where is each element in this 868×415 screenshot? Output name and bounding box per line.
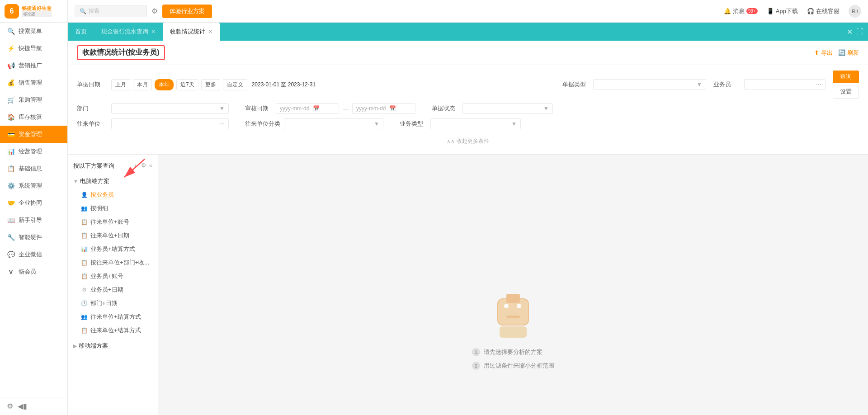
sidebar-item-label: 企业微信 bbox=[19, 250, 42, 259]
tab-bank-flow-close-icon[interactable]: ✕ bbox=[151, 28, 156, 35]
tab-collection-stats[interactable]: 收款情况统计 ✕ bbox=[163, 23, 220, 41]
sidebar-item-finance[interactable]: 💳 资金管理 bbox=[0, 126, 67, 143]
query-button[interactable]: 查询 bbox=[833, 71, 859, 83]
tab-bank-flow[interactable]: 现金银行流水查询 ✕ bbox=[94, 23, 163, 41]
chevron-down-icon-2: ⋯ bbox=[816, 81, 821, 88]
maximize-icon[interactable]: ⛶ bbox=[856, 28, 863, 36]
topbar-right: 🔔 消息 99+ 📱 App下载 🎧 在线客服 Rit bbox=[724, 5, 861, 18]
topbar-settings-icon[interactable]: ⚙ bbox=[151, 7, 158, 15]
filter-collapse-button[interactable]: ∧∧ 收起更多条件 bbox=[77, 134, 859, 149]
review-date-from[interactable]: yyyy-mm-dd 📅 bbox=[276, 103, 339, 114]
tab-home[interactable]: 首页 bbox=[68, 23, 94, 41]
settings-icon[interactable]: ⚙ bbox=[7, 402, 13, 410]
topbar-left: 🔍 搜索 ⚙ 体验行业方案 bbox=[75, 5, 212, 18]
partner-classify-select[interactable]: ▼ bbox=[284, 118, 383, 129]
close-all-tabs-icon[interactable]: ✕ bbox=[847, 28, 853, 36]
partner-select[interactable]: ⋯ bbox=[111, 118, 229, 129]
scheme-item-by-detail[interactable]: 👥 按明细 bbox=[68, 202, 158, 215]
sidebar-logo: 6 畅捷通好生意 标准版 bbox=[0, 0, 67, 23]
headset-icon: 🎧 bbox=[807, 8, 814, 14]
business-type-select[interactable]: ▼ bbox=[430, 118, 521, 129]
dept-select[interactable]: ▼ bbox=[111, 103, 229, 114]
more-icon: ⋯ bbox=[219, 121, 225, 127]
scheme-item-label: 部门+日期 bbox=[90, 299, 118, 307]
sidebar-item-purchase[interactable]: 🛒 采购管理 bbox=[0, 91, 67, 108]
date-btn-more[interactable]: 更多 bbox=[201, 79, 220, 90]
scheme-item-partner-dept-collect[interactable]: 📋 按往来单位+部门+收... bbox=[68, 256, 158, 269]
sidebar-item-sales[interactable]: 💰 销售管理 bbox=[0, 74, 67, 91]
date-label: 单据日期 bbox=[77, 80, 104, 89]
staff-scheme-icon: 👤 bbox=[80, 191, 88, 198]
scheme-item-label: 业务员+账号 bbox=[90, 272, 123, 280]
desktop-scheme-group-header[interactable]: ▼ 电脑端方案 bbox=[68, 174, 158, 188]
date-btn-7days[interactable]: 近7天 bbox=[176, 79, 198, 90]
sidebar-item-label: 库存核算 bbox=[19, 113, 42, 121]
sidebar-item-system[interactable]: ⚙️ 系统管理 bbox=[0, 177, 67, 194]
purchase-icon: 🛒 bbox=[7, 96, 15, 104]
collapse-sidebar-icon[interactable]: ◀▮ bbox=[18, 402, 27, 410]
sidebar-item-wechat[interactable]: 💬 企业微信 bbox=[0, 246, 67, 263]
wechat-icon: 💬 bbox=[7, 250, 15, 259]
sidebar-item-marketing[interactable]: 📢 营销推广 bbox=[0, 57, 67, 74]
sidebar-item-basic[interactable]: 📋 基础信息 bbox=[0, 160, 67, 177]
sidebar-item-enterprise[interactable]: 🤝 企业协同 bbox=[0, 194, 67, 212]
scheme-item-partner-settlement1[interactable]: 👥 往来单位+结算方式 bbox=[68, 310, 158, 324]
doc-type-label: 单据类型 bbox=[562, 80, 590, 89]
date-buttons: 上月 本月 本年 近7天 更多 自定义 2023-01-01 至 2023-12… bbox=[111, 79, 316, 90]
app-download-button[interactable]: 📱 App下载 bbox=[767, 7, 798, 15]
scheme-item-staff-date[interactable]: ⚙ 业务员+日期 bbox=[68, 283, 158, 297]
scheme-item-partner-settlement2[interactable]: 📋 往来单位+结算方式 bbox=[68, 324, 158, 337]
manage-scheme-icon[interactable]: ⚙ bbox=[141, 162, 146, 170]
filter-settings-button[interactable]: 设置 bbox=[833, 85, 859, 99]
tab-collection-stats-label: 收款情况统计 bbox=[170, 28, 205, 36]
scheme-item-staff-settlement[interactable]: 📊 业务员+结算方式 bbox=[68, 242, 158, 256]
date-btn-this-month[interactable]: 本月 bbox=[133, 79, 152, 90]
chevron-down-icon-status: ▼ bbox=[543, 105, 549, 112]
sidebar-item-label: 畅会员 bbox=[19, 268, 36, 276]
sidebar-nav: 🔍 搜索菜单 ⚡ 快捷导航 📢 营销推广 💰 销售管理 🛒 采购管理 🏠 库存核… bbox=[0, 23, 67, 397]
scheme-item-staff-account[interactable]: 📋 业务员+账号 bbox=[68, 269, 158, 283]
system-icon: ⚙️ bbox=[7, 182, 15, 190]
scheme-item-partner-account[interactable]: 📋 往来单位+账号 bbox=[68, 215, 158, 229]
date-btn-this-year[interactable]: 本年 bbox=[155, 79, 174, 90]
group-collapse-icon: ▶ bbox=[73, 343, 77, 349]
online-service-button[interactable]: 🎧 在线客服 bbox=[807, 7, 840, 15]
empty-step-2: 2 用过滤条件来缩小分析范围 bbox=[472, 362, 554, 370]
doc-status-select[interactable]: ▼ bbox=[462, 103, 553, 114]
sidebar-item-guide[interactable]: 📖 新手引导 bbox=[0, 212, 67, 229]
date-btn-custom[interactable]: 自定义 bbox=[223, 79, 247, 90]
staff-date-icon: ⚙ bbox=[80, 286, 88, 293]
trial-button[interactable]: 体验行业方案 bbox=[162, 5, 212, 18]
sidebar-item-search-menu[interactable]: 🔍 搜索菜单 bbox=[0, 23, 67, 40]
date-btn-last-month[interactable]: 上月 bbox=[111, 79, 130, 90]
scheme-item-label: 业务员+结算方式 bbox=[90, 245, 135, 253]
doc-type-select[interactable]: ▼ bbox=[593, 79, 706, 90]
topbar-search[interactable]: 🔍 搜索 bbox=[75, 5, 147, 17]
sidebar-item-member[interactable]: V 畅会员 bbox=[0, 263, 67, 280]
tab-collection-stats-close-icon[interactable]: ✕ bbox=[208, 28, 212, 35]
dept-date-icon: 🕐 bbox=[80, 300, 88, 307]
sidebar-item-inventory[interactable]: 🏠 库存核算 bbox=[0, 108, 67, 126]
scheme-item-by-staff[interactable]: 👤 按业务员 bbox=[68, 188, 158, 202]
desktop-scheme-group: ▼ 电脑端方案 👤 按业务员 👥 按明细 📋 往来单位+账号 bbox=[68, 174, 158, 337]
mobile-scheme-group-header[interactable]: ▶ 移动端方案 bbox=[68, 339, 158, 353]
scheme-item-dept-date[interactable]: 🕐 部门+日期 bbox=[68, 297, 158, 310]
export-button[interactable]: ⬆ 导出 bbox=[814, 49, 833, 57]
sidebar-item-hardware[interactable]: 🔧 智能硬件 bbox=[0, 229, 67, 246]
sidebar-item-operations[interactable]: 📊 经营管理 bbox=[0, 143, 67, 160]
sidebar-item-label: 销售管理 bbox=[19, 79, 42, 87]
staff-select[interactable]: ⋯ bbox=[744, 79, 826, 90]
sidebar-item-quick-nav[interactable]: ⚡ 快捷导航 bbox=[0, 40, 67, 57]
refresh-button[interactable]: 🔄 刷新 bbox=[838, 49, 859, 57]
messages-button[interactable]: 🔔 消息 99+ bbox=[724, 7, 758, 15]
collapse-left-icon[interactable]: « bbox=[149, 162, 152, 170]
review-date-to[interactable]: yyyy-mm-dd 📅 bbox=[352, 103, 415, 114]
sidebar-item-label: 基础信息 bbox=[19, 165, 42, 173]
empty-step-1: 1 请先选择要分析的方案 bbox=[472, 348, 554, 356]
main-area: 🔍 搜索 ⚙ 体验行业方案 🔔 消息 99+ 📱 App下载 🎧 在线客服 Ri… bbox=[68, 0, 868, 415]
user-avatar[interactable]: Rit bbox=[849, 5, 861, 18]
date-range-text: 2023-01-01 至 2023-12-31 bbox=[252, 81, 316, 89]
partner-dept-icon: 📋 bbox=[80, 259, 88, 266]
add-scheme-icon[interactable]: ＋ bbox=[132, 162, 138, 170]
scheme-item-partner-date[interactable]: 📋 往来单位+日期 bbox=[68, 229, 158, 242]
